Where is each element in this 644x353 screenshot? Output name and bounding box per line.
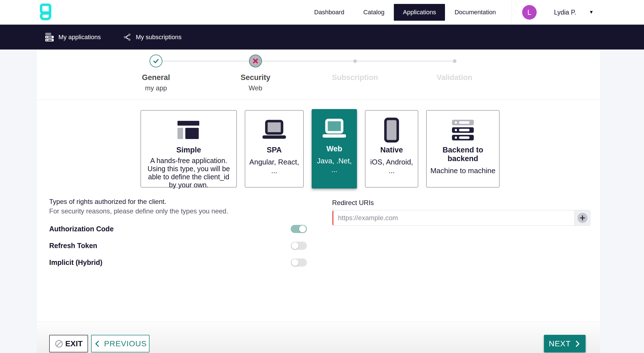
app-type-card-backend[interactable]: Backend to backend Machine to machine [426, 110, 499, 187]
app-type-card-web[interactable]: Web Java, .Net, ... [312, 109, 357, 189]
toggle-knob [292, 242, 299, 249]
step-general-label: General [106, 73, 206, 82]
chevron-right-icon [574, 340, 581, 348]
step-validation: Validation [405, 50, 504, 82]
add-redirect-uri-button[interactable] [574, 210, 590, 225]
card-web-title: Web [315, 145, 353, 153]
secondary-nav: My applications My subscriptions [0, 25, 644, 50]
step-security-sublabel: Web [206, 84, 305, 92]
nav-catalog[interactable]: Catalog [354, 0, 394, 25]
smartphone-icon [384, 117, 399, 143]
subnav-my-applications-label: My applications [58, 34, 101, 41]
redirect-uri-field [332, 210, 590, 226]
step-subscription-indicator [353, 59, 357, 63]
implicit-hybrid-label: Implicit (Hybrid) [49, 258, 102, 267]
grant-types-title: Types of rights authorized for the clien… [49, 198, 307, 206]
step-general-indicator[interactable] [150, 55, 162, 67]
step-general: General my app [106, 50, 206, 92]
app-type-cards: Simple A hands-free application. Using t… [141, 110, 499, 189]
app-type-card-native[interactable]: Native iOS, Android, ... [365, 110, 418, 187]
nav-applications[interactable]: Applications [394, 4, 445, 21]
redirect-uris-label: Redirect URIs [332, 199, 590, 207]
header-divider [511, 0, 512, 25]
toggle-knob [292, 259, 299, 266]
previous-button-label: PREVIOUS [104, 339, 147, 348]
step-subscription-label: Subscription [305, 73, 405, 82]
toggle-row-implicit-hybrid: Implicit (Hybrid) [49, 258, 307, 267]
nav-dashboard[interactable]: Dashboard [305, 0, 354, 25]
card-native-title: Native [369, 146, 415, 154]
subnav-my-applications[interactable]: My applications [45, 32, 101, 42]
exit-button[interactable]: EXIT [49, 335, 88, 352]
plus-icon [577, 213, 588, 223]
step-security-label: Security [206, 73, 305, 82]
wizard-stepper: General my app Security Web Subscription [106, 50, 504, 100]
laptop-icon [261, 119, 288, 141]
chevron-left-icon [94, 340, 101, 348]
step-validation-indicator [453, 59, 456, 63]
step-security: Security Web [206, 50, 305, 92]
check-icon [152, 57, 160, 65]
user-name[interactable]: Lydia P. [554, 0, 576, 25]
user-menu-caret-icon[interactable]: ▼ [589, 0, 594, 25]
app-type-card-spa[interactable]: SPA Angular, React, ... [245, 110, 304, 187]
nav-documentation[interactable]: Documentation [445, 0, 505, 25]
top-nav: Dashboard Catalog Applications Documenta… [305, 0, 505, 25]
toggle-row-refresh-token: Refresh Token [49, 241, 307, 250]
refresh-token-toggle[interactable] [291, 242, 307, 250]
gravitee-logo-icon[interactable] [39, 3, 53, 21]
previous-button[interactable]: PREVIOUS [91, 335, 150, 352]
card-spa-title: SPA [248, 146, 300, 154]
laptop-icon [321, 118, 348, 140]
card-simple-title: Simple [144, 146, 233, 154]
next-button-label: NEXT [549, 339, 571, 348]
refresh-token-label: Refresh Token [49, 242, 97, 250]
subnav-my-subscriptions-label: My subscriptions [136, 34, 182, 41]
redirect-uris-section: Redirect URIs [332, 199, 590, 226]
wizard-footer: EXIT PREVIOUS NEXT [37, 322, 600, 353]
step-general-sublabel: my app [106, 84, 206, 92]
layout-icon [177, 121, 200, 139]
redirect-uri-input[interactable] [332, 210, 574, 225]
authorization-code-toggle[interactable] [291, 225, 307, 233]
next-button[interactable]: NEXT [544, 335, 586, 352]
card-backend-title: Backend to backend [430, 146, 496, 163]
implicit-hybrid-toggle[interactable] [291, 258, 307, 267]
card-backend-subtitle: Machine to machine [430, 166, 496, 175]
toggle-knob [299, 225, 306, 232]
authorization-code-label: Authorization Code [49, 225, 114, 233]
user-avatar[interactable]: L [522, 5, 537, 20]
step-validation-label: Validation [405, 73, 504, 82]
main-panel: General my app Security Web Subscription [37, 50, 600, 353]
app-type-card-simple[interactable]: Simple A hands-free application. Using t… [141, 110, 237, 187]
card-spa-subtitle: Angular, React, ... [248, 158, 300, 175]
toggle-row-authorization-code: Authorization Code [49, 225, 307, 233]
grant-types-section: Types of rights authorized for the clien… [49, 198, 307, 267]
subnav-my-subscriptions[interactable]: My subscriptions [123, 33, 182, 42]
card-simple-description: A hands-free application. Using this typ… [144, 157, 233, 189]
server-stack-icon [452, 120, 474, 140]
stepper-section: General my app Security Web Subscription [37, 50, 600, 100]
card-native-subtitle: iOS, Android, ... [369, 158, 415, 175]
cancel-circle-icon [55, 339, 63, 348]
application-wizard-page: Dashboard Catalog Applications Documenta… [0, 0, 644, 353]
card-web-subtitle: Java, .Net, ... [315, 157, 353, 174]
cross-icon [252, 58, 259, 64]
exit-button-label: EXIT [65, 339, 82, 348]
step-security-indicator[interactable] [249, 55, 262, 67]
grant-types-subtitle: For security reasons, please define only… [49, 207, 307, 215]
server-stack-icon [45, 32, 54, 42]
top-header: Dashboard Catalog Applications Documenta… [0, 0, 644, 25]
share-icon [123, 33, 132, 42]
step-subscription: Subscription [305, 50, 405, 82]
